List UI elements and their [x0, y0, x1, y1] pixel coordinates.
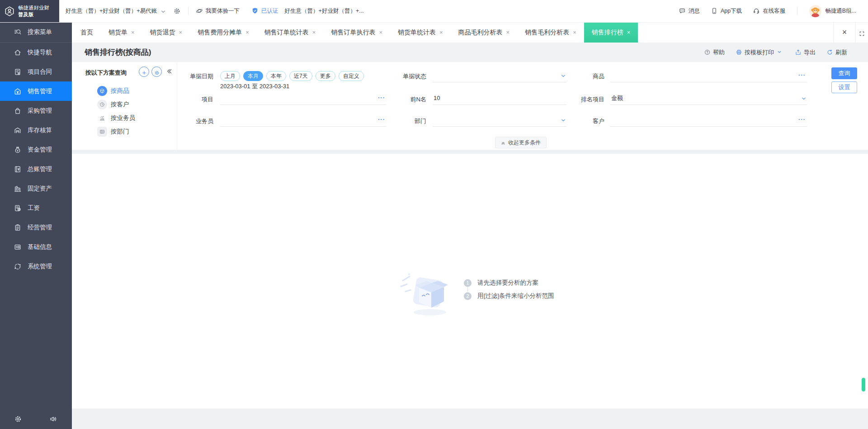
- close-tab-icon[interactable]: ×: [312, 29, 316, 36]
- help-label: 帮助: [713, 48, 725, 57]
- step-2-badge: 2: [464, 292, 472, 300]
- rank-item-value: 金额: [610, 93, 623, 104]
- sidebar-item-sales[interactable]: 销售管理: [0, 81, 72, 101]
- sidebar-item-payroll[interactable]: 工资: [0, 198, 72, 218]
- close-all-tabs-button[interactable]: ×: [833, 22, 855, 43]
- sidebar-item-home[interactable]: 快捷导航: [0, 43, 72, 62]
- sidebar-item-system[interactable]: 系统管理: [0, 257, 72, 276]
- close-tab-icon[interactable]: ×: [573, 29, 576, 36]
- collapse-more-conditions-button[interactable]: 收起更多条件: [495, 137, 547, 148]
- tab-2[interactable]: 销货退货×: [142, 22, 190, 43]
- department-select[interactable]: [433, 114, 566, 127]
- topbar-left: 好生意（普）+好业财（普）+易代账 我要体验一下 已认证 好生意（普）+好业财（…: [66, 0, 364, 22]
- salesman-lookup[interactable]: ···: [220, 114, 387, 127]
- close-tab-icon[interactable]: ×: [506, 29, 510, 36]
- sidebar-item-basicinfo[interactable]: 基础信息: [0, 237, 72, 257]
- tab-5[interactable]: 销售订单执行表×: [323, 22, 390, 43]
- tab-6[interactable]: 销货单统计表×: [390, 22, 451, 43]
- date-pill-本年[interactable]: 本年: [266, 71, 286, 81]
- close-tab-icon[interactable]: ×: [439, 29, 443, 36]
- tab-8[interactable]: 销售毛利分析表×: [517, 22, 584, 43]
- sidebar-item-purchase[interactable]: 采购管理: [0, 101, 72, 120]
- scheme-item-label: 按商品: [111, 87, 129, 95]
- account-products[interactable]: 好生意（普）+好业财（普）+...: [285, 7, 364, 15]
- sidebar-item-assets[interactable]: 固定资产: [0, 179, 72, 198]
- bottom-strip: [72, 409, 868, 429]
- inventory-icon: [14, 126, 22, 134]
- product-lookup[interactable]: ···: [610, 70, 807, 82]
- tab-0[interactable]: 首页: [73, 22, 101, 43]
- user-menu[interactable]: 畅捷通B组...: [809, 5, 856, 17]
- project-lookup[interactable]: ···: [220, 93, 387, 105]
- sidebar-item-search[interactable]: 搜索菜单: [0, 22, 72, 42]
- export-button[interactable]: 导出: [795, 48, 816, 57]
- messages-label: 消息: [689, 7, 700, 15]
- date-pill-更多[interactable]: 更多: [316, 71, 335, 81]
- doc-status-select[interactable]: [433, 70, 566, 82]
- close-tab-icon[interactable]: ×: [627, 29, 631, 36]
- date-range-value[interactable]: 2023-03-01 至 2023-03-31: [220, 82, 289, 91]
- query-button[interactable]: 查询: [831, 67, 857, 79]
- help-button[interactable]: 帮助: [704, 48, 725, 57]
- messages-button[interactable]: 消息: [679, 7, 700, 15]
- export-icon: [795, 49, 802, 56]
- date-pill-上月[interactable]: 上月: [220, 71, 240, 81]
- close-tab-icon[interactable]: ×: [245, 29, 249, 36]
- tab-7[interactable]: 商品毛利分析表×: [451, 22, 518, 43]
- date-pill-近7天[interactable]: 近7天: [289, 71, 312, 81]
- sidebar-item-operations[interactable]: 经营管理: [0, 218, 72, 237]
- planet-icon: [196, 7, 203, 14]
- scheme-settings-button[interactable]: [151, 67, 162, 77]
- sidebar-item-label: 工资: [28, 204, 40, 212]
- product-switcher[interactable]: 好生意（普）+好业财（普）+易代账: [66, 7, 157, 15]
- sidebar-item-funds[interactable]: 资金管理: [0, 140, 72, 159]
- chevron-down-icon[interactable]: [160, 8, 166, 14]
- tab-4[interactable]: 销售订单统计表×: [257, 22, 324, 43]
- titlebar: 销售排行榜(按商品) 帮助 按模板打印 导出: [72, 43, 868, 62]
- close-tab-icon[interactable]: ×: [179, 29, 183, 36]
- add-scheme-button[interactable]: [139, 67, 149, 77]
- close-tab-icon[interactable]: ×: [379, 29, 382, 36]
- sidebar-item-ledger[interactable]: 总账管理: [0, 159, 72, 179]
- tab-3[interactable]: 销售费用分摊单×: [190, 22, 257, 43]
- lookup-dots-icon[interactable]: ···: [798, 72, 806, 79]
- date-pills: 上月本月本年近7天更多自定义: [220, 71, 364, 81]
- fullscreen-icon[interactable]: [855, 22, 868, 43]
- scrollbar-thumb[interactable]: [862, 378, 865, 391]
- online-service-button[interactable]: 在线客服: [753, 7, 785, 15]
- scheme-item-card[interactable]: 按部门: [97, 125, 176, 138]
- tab-9[interactable]: 销售排行榜×: [584, 22, 638, 43]
- refresh-button[interactable]: 刷新: [826, 48, 847, 57]
- date-pill-自定义[interactable]: 自定义: [339, 71, 364, 81]
- top-n-input[interactable]: 10: [433, 93, 566, 105]
- tabs-list: 首页销货单×销货退货×销售费用分摊单×销售订单统计表×销售订单执行表×销货单统计…: [72, 22, 833, 43]
- lookup-dots-icon[interactable]: ···: [798, 116, 806, 123]
- settings-button[interactable]: 设置: [831, 81, 857, 93]
- funds-icon: [14, 146, 22, 154]
- settings-gear-icon[interactable]: [14, 415, 22, 423]
- print-by-template-button[interactable]: 按模板打印: [736, 48, 784, 57]
- print-label: 按模板打印: [745, 48, 774, 57]
- divider: [188, 7, 189, 15]
- customer-lookup[interactable]: ···: [610, 114, 807, 127]
- product-label: 商品: [555, 72, 604, 81]
- app-download-button[interactable]: App下载: [711, 7, 742, 15]
- sidebar-item-inventory[interactable]: 库存核算: [0, 120, 72, 140]
- gear-icon[interactable]: [173, 7, 181, 15]
- rank-item-select[interactable]: 金额: [610, 93, 807, 105]
- tab-1[interactable]: 销货单×: [101, 22, 142, 43]
- panel-gap: [72, 150, 868, 154]
- certified-badge[interactable]: 已认证: [251, 7, 278, 15]
- sidebar-item-contract[interactable]: 项目合同: [0, 62, 72, 81]
- chevron-down-icon[interactable]: [777, 49, 784, 56]
- top-n-label: 前N名: [377, 95, 426, 104]
- chevron-down-icon[interactable]: [801, 96, 807, 101]
- close-tab-icon[interactable]: ×: [131, 29, 135, 36]
- speaker-collapse-icon[interactable]: [49, 415, 57, 423]
- user-name: 畅捷通B组...: [825, 7, 856, 15]
- refresh-label: 刷新: [835, 48, 847, 57]
- date-pill-本月[interactable]: 本月: [243, 71, 263, 81]
- scheme-item-label: 按业务员: [111, 114, 135, 122]
- sidebar-item-label: 经营管理: [28, 224, 52, 232]
- experience-link[interactable]: 我要体验一下: [196, 7, 240, 15]
